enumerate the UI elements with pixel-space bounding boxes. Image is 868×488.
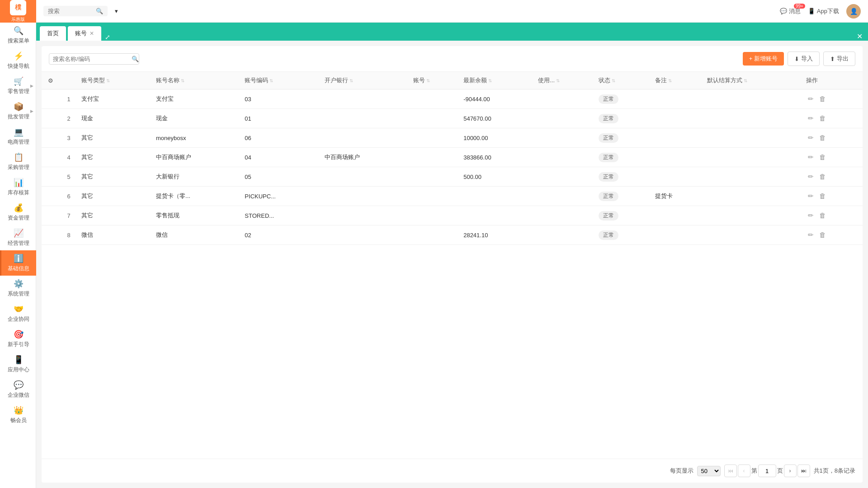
sidebar-item-inventory[interactable]: 📊 库存核算 (0, 174, 36, 200)
row-index: 6 (60, 187, 78, 206)
accounts-table: ⚙ 账号类型⇅ 账号名称⇅ 账号编码⇅ 开户银行⇅ 账号⇅ 最新余额⇅ 使用..… (42, 72, 863, 245)
sidebar-item-retail[interactable]: 🛒 零售管理 ▶ (0, 73, 36, 99)
delete-button[interactable]: 🗑 (817, 211, 828, 220)
row-bank (321, 187, 410, 206)
page-first-button[interactable]: ⏮ (724, 465, 737, 477)
app-version: 乐惠版 (11, 16, 25, 23)
row-checkbox-cell (42, 167, 60, 187)
sidebar-item-corp[interactable]: 🤝 企业协同 (0, 301, 36, 326)
edit-button[interactable]: ✏ (806, 191, 816, 201)
inventory-icon: 📊 (14, 178, 24, 188)
page-next-button[interactable]: › (784, 465, 797, 477)
col-default-settle[interactable]: 默认结算方式⇅ (703, 72, 802, 89)
topbar-search-box[interactable]: 🔍 (43, 6, 108, 16)
col-index (60, 72, 78, 89)
topbar-search-icon: 🔍 (96, 8, 103, 14)
col-usage[interactable]: 使用...⇅ (534, 72, 594, 89)
page-prev-button[interactable]: ‹ (738, 465, 750, 477)
row-type: 现金 (78, 109, 152, 128)
table-header-row: ⚙ 账号类型⇅ 账号名称⇅ 账号编码⇅ 开户银行⇅ 账号⇅ 最新余额⇅ 使用..… (42, 72, 863, 89)
sidebar-item-system[interactable]: ⚙️ 系统管理 (0, 276, 36, 301)
delete-button[interactable]: 🗑 (817, 172, 828, 181)
edit-button[interactable]: ✏ (806, 230, 816, 240)
sidebar-item-member[interactable]: 👑 畅会员 (0, 402, 36, 427)
edit-button[interactable]: ✏ (806, 152, 816, 162)
row-name: moneybosx (152, 128, 241, 148)
sidebar-item-quick[interactable]: ⚡ 快捷导航 (0, 48, 36, 73)
edit-button[interactable]: ✏ (806, 211, 816, 221)
sidebar-item-wholesale[interactable]: 📦 批发管理 ▶ (0, 99, 36, 124)
delete-button[interactable]: 🗑 (817, 191, 828, 201)
col-bank[interactable]: 开户银行⇅ (321, 72, 410, 89)
edit-button[interactable]: ✏ (806, 172, 816, 182)
delete-button[interactable]: 🗑 (817, 152, 828, 162)
search-box[interactable]: 🔍 (49, 53, 139, 65)
sidebar-item-ecommerce[interactable]: 💻 电商管理 (0, 124, 36, 149)
row-type: 其它 (78, 187, 152, 206)
add-account-button[interactable]: + 新增账号 (743, 52, 784, 66)
delete-button[interactable]: 🗑 (817, 133, 828, 142)
member-icon: 👑 (14, 405, 24, 415)
row-index: 1 (60, 89, 78, 109)
sidebar-item-wechat[interactable]: 💬 企业微信 (0, 377, 36, 402)
row-checkbox-cell (42, 187, 60, 206)
edit-button[interactable]: ✏ (806, 94, 816, 104)
per-page-dropdown[interactable]: 50 100 200 (697, 466, 721, 476)
sidebar-item-purchase[interactable]: 📋 采购管理 (0, 149, 36, 174)
app-download-button[interactable]: 📱 App下载 (808, 7, 839, 15)
sidebar-item-operation[interactable]: 📈 经营管理 (0, 225, 36, 250)
content-area: 🔍 + 新增账号 ⬇ 导入 ⬆ 导出 (36, 41, 868, 488)
search-input[interactable] (53, 56, 129, 62)
table-row: 6 其它 提货卡（零... PICKUPC... 正常 提货卡 ✏ 🗑 (42, 187, 863, 206)
sidebar-item-search[interactable]: 🔍 搜索菜单 (0, 23, 36, 48)
delete-button[interactable]: 🗑 (817, 94, 828, 103)
edit-button[interactable]: ✏ (806, 113, 816, 123)
page-number-input[interactable] (758, 465, 776, 477)
col-name[interactable]: 账号名称⇅ (152, 72, 241, 89)
tab-close-all[interactable]: ✕ (857, 32, 863, 41)
page-last-button[interactable]: ⏭ (797, 465, 810, 477)
operation-icon: 📈 (14, 228, 24, 238)
tab-maximize[interactable]: ⤢ (105, 33, 110, 41)
col-type[interactable]: 账号类型⇅ (78, 72, 152, 89)
col-status[interactable]: 状态⇅ (595, 72, 651, 89)
edit-button[interactable]: ✏ (806, 133, 816, 143)
row-name: 大新银行 (152, 167, 241, 187)
sidebar-item-guide[interactable]: 🎯 新手引导 (0, 326, 36, 352)
delete-button[interactable]: 🗑 (817, 230, 828, 239)
row-default-settle (703, 187, 802, 206)
row-bank (321, 225, 410, 245)
topbar: 🔍 ▾ 💬 消息 99+ 📱 App下载 👤 (36, 0, 868, 23)
message-button[interactable]: 💬 消息 99+ (780, 7, 801, 15)
delete-button[interactable]: 🗑 (817, 113, 828, 123)
sidebar-item-ecommerce-label: 电商管理 (8, 138, 29, 146)
sidebar-item-capital[interactable]: 💰 资金管理 (0, 200, 36, 225)
sidebar-item-basic[interactable]: ℹ️ 基础信息 (0, 250, 36, 276)
topbar-dropdown[interactable]: ▾ (115, 8, 118, 14)
import-button[interactable]: ⬇ 导入 (788, 52, 820, 66)
col-balance[interactable]: 最新余额⇅ (460, 72, 534, 89)
row-default-settle (703, 148, 802, 167)
tab-home[interactable]: 首页 (40, 26, 66, 41)
topbar-search-input[interactable] (48, 8, 93, 14)
row-account (410, 167, 460, 187)
export-button[interactable]: ⬆ 导出 (823, 52, 855, 66)
purchase-icon: 📋 (14, 152, 24, 162)
row-code: 04 (241, 148, 321, 167)
row-balance (460, 187, 534, 206)
sidebar-item-appcenter[interactable]: 📱 应用中心 (0, 352, 36, 377)
tab-account[interactable]: 账号 ✕ (68, 26, 101, 41)
topbar-dropdown-arrow: ▾ (115, 8, 118, 14)
sidebar-item-guide-label: 新手引导 (8, 341, 29, 348)
row-default-settle (703, 128, 802, 148)
col-remark[interactable]: 备注⇅ (651, 72, 703, 89)
per-page-select[interactable]: 50 100 200 (697, 466, 721, 476)
col-settings[interactable]: ⚙ (42, 72, 60, 89)
tab-account-close[interactable]: ✕ (90, 30, 94, 37)
col-code[interactable]: 账号编码⇅ (241, 72, 321, 89)
sidebar-item-search-label: 搜索菜单 (8, 37, 29, 45)
avatar-image: 👤 (850, 8, 858, 15)
user-avatar[interactable]: 👤 (846, 4, 861, 19)
col-account[interactable]: 账号⇅ (410, 72, 460, 89)
main-area: 🔍 ▾ 💬 消息 99+ 📱 App下载 👤 首页 (36, 0, 868, 488)
